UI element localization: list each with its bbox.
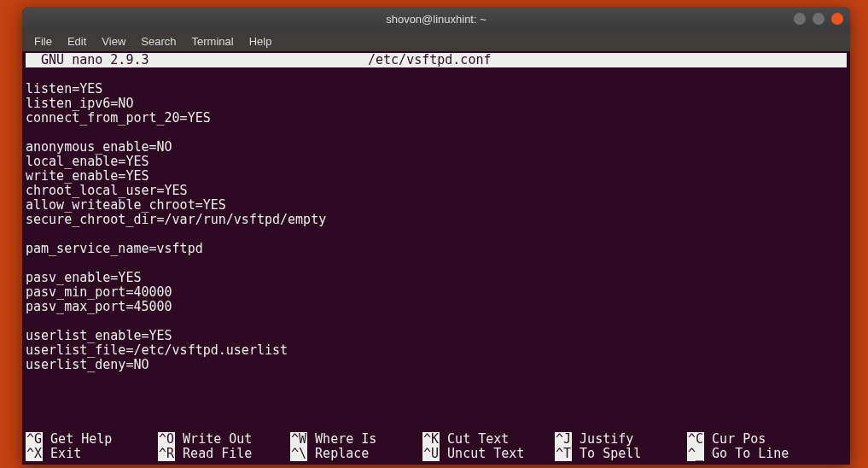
shortcut-key: ^T [555, 447, 572, 461]
editor-line [26, 126, 847, 140]
shortcut-key: ^G [26, 432, 43, 447]
editor-line: userlist_file=/etc/vsftpd.userlist [26, 343, 847, 358]
editor-line: secure_chroot_dir=/var/run/vsftpd/empty [26, 213, 847, 227]
close-button[interactable] [831, 13, 843, 25]
menu-view[interactable]: View [95, 33, 132, 50]
shortcut-label: Go To Line [704, 447, 789, 461]
shortcut-label: Justify [572, 432, 633, 447]
shortcut-label: Where Is [307, 432, 376, 447]
shortcut-item: ^R Read File [158, 447, 290, 461]
nano-shortcuts: ^G Get Help^O Write Out^W Where Is^K Cut… [26, 432, 847, 461]
editor-line [26, 227, 847, 242]
menu-file[interactable]: File [27, 33, 59, 50]
nano-header: GNU nano 2.9.3 /etc/vsftpd.conf [26, 53, 847, 67]
shortcut-key: ^O [158, 432, 175, 447]
menu-help[interactable]: Help [242, 33, 279, 50]
shortcut-item: ^J Justify [555, 432, 687, 447]
minimize-button[interactable] [794, 13, 806, 25]
editor-line: pasv_min_port=40000 [26, 285, 847, 300]
editor-line: listen_ipv6=NO [26, 97, 847, 111]
nano-version: GNU nano 2.9.3 [26, 53, 149, 67]
editor-line: userlist_enable=YES [26, 329, 847, 343]
shortcut-label: Cur Pos [704, 432, 766, 447]
editor-line [26, 256, 847, 271]
shortcut-label: Exit [43, 447, 81, 461]
editor-line: pam_service_name=vsftpd [26, 242, 847, 256]
menu-search[interactable]: Search [134, 33, 183, 50]
shortcut-label: Write Out [175, 432, 252, 447]
shortcut-item: ^T To Spell [555, 447, 687, 461]
shortcut-item: ^U Uncut Text [422, 447, 555, 461]
editor-line: connect_from_port_20=YES [26, 111, 847, 126]
editor-line: userlist_deny=NO [26, 358, 847, 372]
menu-edit[interactable]: Edit [61, 33, 93, 50]
editor-line: listen=YES [26, 82, 847, 97]
terminal-window: shovon@linuxhint: ~ File Edit View Searc… [22, 7, 850, 465]
window-controls [794, 13, 843, 25]
shortcut-row-1: ^G Get Help^O Write Out^W Where Is^K Cut… [26, 432, 847, 447]
shortcut-item: ^G Get Help [26, 432, 158, 447]
terminal-area[interactable]: GNU nano 2.9.3 /etc/vsftpd.conf listen=Y… [22, 51, 850, 465]
editor-line [26, 314, 847, 329]
window-title: shovon@linuxhint: ~ [386, 13, 486, 26]
shortcut-row-2: ^X Exit^R Read File^\ Replace^U Uncut Te… [26, 447, 847, 461]
shortcut-key: ^X [26, 447, 43, 461]
shortcut-item: ^X Exit [26, 447, 158, 461]
shortcut-item: ^\ Replace [290, 447, 422, 461]
editor-line: pasv_enable=YES [26, 271, 847, 285]
editor-line: pasv_max_port=45000 [26, 300, 847, 314]
shortcut-label: Read File [175, 447, 252, 461]
shortcut-item: ^W Where Is [290, 432, 422, 447]
nano-filename: /etc/vsftpd.conf [149, 53, 711, 67]
shortcut-key: ^J [555, 432, 572, 447]
editor-line: local_enable=YES [26, 155, 847, 169]
editor-line: write_enable=YES [26, 169, 847, 184]
menubar: File Edit View Search Terminal Help [22, 31, 850, 51]
editor-content: listen=YESlisten_ipv6=NOconnect_from_por… [26, 67, 847, 372]
editor-line: allow_writeable_chroot=YES [26, 198, 847, 213]
shortcut-label: Cut Text [440, 432, 509, 447]
shortcut-item: ^O Write Out [158, 432, 290, 447]
editor-line: chroot_local_user=YES [26, 184, 847, 198]
shortcut-key: ^\ [290, 447, 307, 461]
shortcut-label: To Spell [572, 447, 641, 461]
shortcut-label: Replace [307, 447, 369, 461]
shortcut-key: ^U [422, 447, 440, 461]
shortcut-key: ^C [687, 432, 704, 447]
shortcut-label: Get Help [43, 432, 112, 447]
shortcut-key: ^R [158, 447, 175, 461]
editor-line: anonymous_enable=NO [26, 140, 847, 155]
shortcut-label: Uncut Text [440, 447, 524, 461]
shortcut-key: ^W [290, 432, 307, 447]
menu-terminal[interactable]: Terminal [185, 33, 241, 50]
maximize-button[interactable] [813, 13, 824, 25]
shortcut-item: ^_ Go To Line [687, 447, 819, 461]
shortcut-key: ^_ [687, 447, 704, 461]
shortcut-item: ^C Cur Pos [687, 432, 819, 447]
shortcut-key: ^K [422, 432, 440, 447]
shortcut-item: ^K Cut Text [422, 432, 555, 447]
titlebar: shovon@linuxhint: ~ [22, 7, 850, 31]
